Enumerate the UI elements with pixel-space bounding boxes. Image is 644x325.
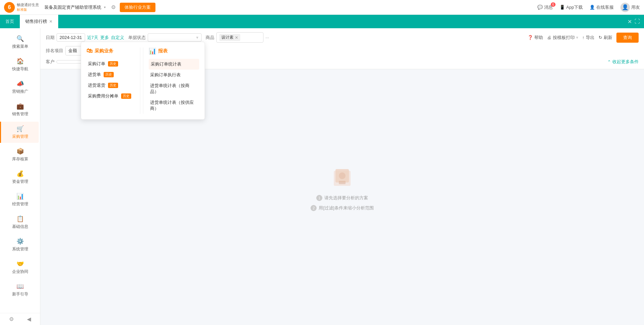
service-icon: 👤 xyxy=(589,5,595,10)
help-button[interactable]: ❓ 帮助 xyxy=(528,35,543,41)
svg-rect-3 xyxy=(339,181,346,184)
phone-icon: 📱 xyxy=(560,5,565,10)
purchase-section-icon: 🛍 xyxy=(86,47,93,54)
industry-button[interactable]: 体验行业方案 xyxy=(120,3,155,12)
menu-item-purchase-order-label: 采购订单 xyxy=(88,61,105,67)
message-icon: 💬 xyxy=(537,5,543,10)
filter-toolbar-row: 日期 2024-12-31 近7天 更多 自定义 单据状态 ▾ xyxy=(46,32,639,43)
app-download-action[interactable]: 📱 App下载 xyxy=(560,4,583,10)
date-label: 日期 xyxy=(46,35,55,41)
print-icon: 🖨 xyxy=(547,35,551,40)
rank-label: 排名项目 xyxy=(46,48,63,54)
menu-item-goods-stats-label: 进货单统计表（按商品） xyxy=(150,83,198,95)
history-badge-3: 历史 xyxy=(121,93,131,99)
sidebar-item-system[interactable]: ⚙️ 系统管理 xyxy=(1,234,39,255)
operation-icon: 📊 xyxy=(16,193,24,200)
refresh-label: 刷新 xyxy=(604,35,612,41)
system-icon: ⚙️ xyxy=(16,238,24,245)
export-button[interactable]: ↑ 导出 xyxy=(582,35,595,41)
content-area: 🛍 采购业务 采购订单 历史 进货单 历史 进货退货 历史 采购费用分摊单 xyxy=(40,28,644,325)
sidebar-item-quick-nav[interactable]: 🏠 快捷导航 xyxy=(1,54,39,75)
sidebar-settings-button[interactable]: ⚙ xyxy=(9,316,14,322)
svg-point-2 xyxy=(339,172,346,179)
sidebar-item-system-label: 系统管理 xyxy=(12,246,28,252)
system-title-area: 装备及固定资产辅助管理系统 ▾ ⚙ xyxy=(44,4,116,10)
quick-date-more[interactable]: 更多 xyxy=(100,35,109,41)
system-title-arrow[interactable]: ▾ xyxy=(104,5,106,9)
sidebar-item-basic-label: 基础信息 xyxy=(12,224,28,230)
menu-item-goods-stats[interactable]: 进货单统计表（按商品） xyxy=(149,80,200,97)
header-right: 💬 消息 6 📱 App下载 👤 在线客服 👤 用友 xyxy=(537,3,640,12)
tab-controls: ✕ ⛶ xyxy=(623,15,644,28)
marketing-icon: 📣 xyxy=(16,80,24,87)
sidebar-item-search-label: 搜索菜单 xyxy=(12,44,28,49)
goods-tag-remove[interactable]: ✕ xyxy=(235,35,238,40)
menu-item-order-exec[interactable]: 采购订单执行表 xyxy=(149,70,200,80)
query-button[interactable]: 查询 xyxy=(616,33,639,43)
settings-icon[interactable]: ⚙ xyxy=(111,4,116,10)
export-icon: ↑ xyxy=(582,35,585,40)
collapse-button[interactable]: ⌃ 收起更多条件 xyxy=(607,59,639,65)
logo-text: 畅捷通好生意 xyxy=(17,2,39,7)
tab-sales-rank[interactable]: 销售排行榜 ✕ xyxy=(20,15,58,28)
sidebar-item-sales-label: 销售管理 xyxy=(12,111,28,117)
date-from-value: 2024-12-31 xyxy=(60,35,82,40)
collapse-up-icon: ⌃ xyxy=(607,59,611,65)
date-range-input[interactable]: 2024-12-31 xyxy=(57,33,85,42)
print-button[interactable]: 🖨 按模板打印 ▾ xyxy=(547,35,578,41)
menu-section-purchase: 🛍 采购业务 采购订单 历史 进货单 历史 进货退货 历史 采购费用分摊单 xyxy=(86,47,137,114)
sidebar-collapse-button[interactable]: ◀ xyxy=(27,316,31,322)
sidebar-item-search[interactable]: 🔍 搜索菜单 xyxy=(1,32,39,53)
sidebar-item-capital-label: 资金管理 xyxy=(12,179,28,185)
tab-home[interactable]: 首页 xyxy=(0,15,20,28)
menu-item-purchase-expense[interactable]: 采购费用分摊单 历史 xyxy=(86,91,137,101)
sidebar-item-sales[interactable]: 💼 销售管理 xyxy=(1,99,39,120)
quick-date-custom[interactable]: 自定义 xyxy=(111,35,124,41)
sidebar-item-basic[interactable]: 📋 基础信息 xyxy=(1,212,39,233)
tab-bar: 首页 销售排行榜 ✕ ✕ ⛶ xyxy=(0,15,644,28)
empty-tip-1: 1 请先选择要分析的方案 xyxy=(316,195,368,201)
sidebar-item-inventory-label: 库存核算 xyxy=(12,156,28,162)
empty-tip-2-text: 用[过滤]条件来缩小分析范围 xyxy=(319,205,373,211)
user-action[interactable]: 👤 用友 xyxy=(620,3,640,12)
online-service-action[interactable]: 👤 在线客服 xyxy=(589,4,614,10)
menu-item-order-stats-label: 采购订单统计表 xyxy=(151,61,181,67)
avatar: 👤 xyxy=(620,3,630,12)
quick-date-7days[interactable]: 近7天 xyxy=(87,35,98,41)
sidebar-item-guide[interactable]: 📖 新手引导 xyxy=(1,279,39,300)
sidebar-item-purchase[interactable]: 🛒 采购管理 xyxy=(0,122,39,143)
sidebar-item-enterprise-label: 企业协同 xyxy=(12,269,28,275)
menu-item-supplier-stats-label: 进货单统计表（按供应商） xyxy=(150,99,198,112)
doc-status-input[interactable]: ▾ xyxy=(148,33,202,42)
goods-tag-value: 设计素 xyxy=(221,35,234,40)
main-layout: 🔍 搜索菜单 🏠 快捷导航 📣 营销推广 💼 销售管理 🛒 采购管理 📦 库存核… xyxy=(0,28,644,325)
sidebar-item-inventory[interactable]: 📦 库存核算 xyxy=(1,144,39,165)
collapse-label: 收起更多条件 xyxy=(612,59,639,65)
doc-status-group: 单据状态 ▾ xyxy=(128,33,202,42)
refresh-button[interactable]: ↻ 刷新 xyxy=(599,35,612,41)
enterprise-icon: 🤝 xyxy=(16,260,24,268)
message-action[interactable]: 💬 消息 6 xyxy=(537,4,553,10)
tab-maximize-icon[interactable]: ⛶ xyxy=(635,18,640,25)
history-badge-0: 历史 xyxy=(108,61,118,67)
tab-close-icon[interactable]: ✕ xyxy=(49,19,52,24)
help-icon: ❓ xyxy=(528,35,533,40)
sidebar-item-capital[interactable]: 💰 资金管理 xyxy=(1,167,39,188)
inventory-icon: 📦 xyxy=(16,148,24,155)
system-name: 装备及固定资产辅助管理系统 xyxy=(44,4,101,10)
sidebar-item-operation[interactable]: 📊 经营管理 xyxy=(1,189,39,210)
goods-tag: 设计素 ✕ xyxy=(219,34,240,41)
menu-item-supplier-stats[interactable]: 进货单统计表（按供应商） xyxy=(149,97,200,114)
tab-close-window-icon[interactable]: ✕ xyxy=(628,18,632,25)
goods-more-btn[interactable]: ··· xyxy=(265,35,269,40)
doc-status-label: 单据状态 xyxy=(128,35,146,41)
menu-item-purchase-order[interactable]: 采购订单 历史 xyxy=(86,58,137,69)
menu-item-order-stats[interactable]: 采购订单统计表 xyxy=(149,59,200,70)
step-num-2: 2 xyxy=(311,205,317,211)
home-icon: 🏠 xyxy=(16,57,24,65)
goods-input[interactable]: 设计素 ✕ xyxy=(216,32,263,43)
menu-item-purchase-return[interactable]: 进货退货 历史 xyxy=(86,80,137,91)
menu-item-purchase-receipt[interactable]: 进货单 历史 xyxy=(86,69,137,80)
sidebar-item-marketing[interactable]: 📣 营销推广 xyxy=(1,77,39,98)
sidebar-item-enterprise[interactable]: 🤝 企业协同 xyxy=(1,257,39,278)
